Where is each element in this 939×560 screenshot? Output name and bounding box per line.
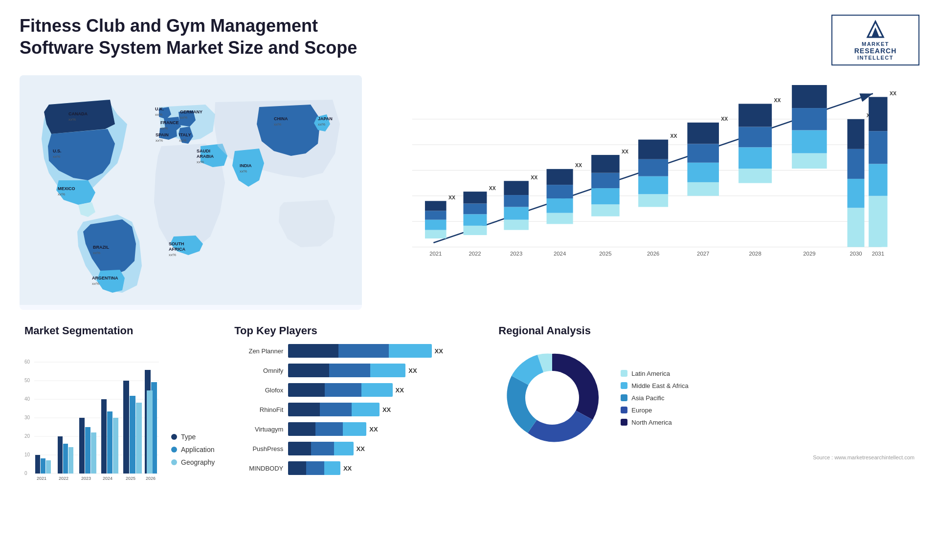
- svg-rect-134: [91, 432, 96, 474]
- svg-text:2026: 2026: [647, 251, 659, 257]
- svg-text:xx%: xx%: [318, 122, 325, 127]
- svg-text:CANADA: CANADA: [68, 111, 88, 116]
- svg-rect-98: [848, 208, 865, 247]
- player-row: MINDBODYXX: [234, 461, 479, 475]
- svg-rect-52: [463, 204, 487, 215]
- svg-text:XX: XX: [622, 149, 628, 154]
- svg-text:XX: XX: [890, 91, 896, 96]
- player-bar-value: XX: [343, 465, 352, 472]
- svg-rect-141: [130, 396, 135, 474]
- svg-rect-58: [504, 195, 529, 207]
- seg-chart-area: 0 10 20 30 40 50 60: [24, 344, 215, 481]
- segmentation-section: Market Segmentation 0 10 20 30 40 50 60: [20, 320, 220, 525]
- region-dot-latin: [621, 370, 627, 377]
- player-bar: [288, 344, 431, 358]
- player-row: VirtuagymXX: [234, 422, 479, 436]
- page-title: Fitness Club and Gym Management Software…: [20, 15, 386, 59]
- svg-text:xx%: xx%: [156, 138, 163, 143]
- player-bar: [288, 403, 380, 416]
- svg-text:2025: 2025: [599, 251, 611, 257]
- legend-label-application: Application: [181, 446, 215, 453]
- region-label-europe: Europe: [631, 407, 652, 414]
- region-label-mea: Middle East & Africa: [631, 382, 688, 389]
- svg-rect-95: [792, 85, 827, 108]
- seg-legend: Type Application Geography: [171, 433, 215, 481]
- header: Fitness Club and Gym Management Software…: [20, 15, 919, 65]
- svg-rect-53: [463, 192, 487, 203]
- svg-rect-101: [848, 119, 865, 149]
- svg-text:XX: XX: [774, 98, 781, 103]
- region-dot-europe: [621, 407, 627, 413]
- svg-rect-94: [792, 108, 827, 130]
- region-dot-apac: [621, 394, 627, 401]
- player-bar-container: XX: [288, 442, 479, 455]
- svg-rect-62: [547, 213, 573, 224]
- svg-text:2022: 2022: [469, 251, 481, 257]
- player-bar-container: XX: [288, 383, 479, 397]
- svg-rect-88: [738, 127, 772, 147]
- svg-text:2022: 2022: [59, 476, 68, 481]
- bottom-section: Market Segmentation 0 10 20 30 40 50 60: [20, 320, 919, 525]
- map-svg: CANADA xx% U.S. xx% MEXICO xx% BRAZIL xx…: [20, 75, 362, 305]
- svg-text:2030: 2030: [850, 251, 862, 257]
- logo-text-intellect: INTELLECT: [857, 55, 894, 61]
- region-label-latin: Latin America: [631, 370, 670, 377]
- svg-rect-56: [504, 220, 529, 230]
- svg-rect-93: [792, 130, 827, 153]
- svg-rect-126: [46, 460, 51, 474]
- player-row: PushPressXX: [234, 442, 479, 455]
- svg-text:xx%: xx%: [155, 112, 162, 117]
- svg-text:XX: XX: [531, 175, 537, 180]
- world-map: CANADA xx% U.S. xx% MEXICO xx% BRAZIL xx…: [20, 75, 362, 310]
- region-dot-na: [621, 419, 627, 426]
- svg-rect-50: [463, 226, 487, 235]
- svg-rect-92: [792, 153, 827, 169]
- svg-rect-68: [591, 204, 620, 216]
- svg-text:60: 60: [24, 359, 30, 365]
- svg-rect-57: [504, 207, 529, 219]
- svg-rect-76: [638, 159, 668, 176]
- svg-text:2024: 2024: [554, 251, 566, 257]
- svg-text:2024: 2024: [103, 476, 112, 481]
- svg-rect-138: [113, 418, 118, 474]
- svg-rect-104: [869, 196, 887, 247]
- svg-rect-107: [869, 97, 887, 131]
- svg-text:XX: XX: [721, 116, 728, 122]
- player-bar-value: XX: [382, 406, 391, 413]
- player-bar-value: XX: [396, 387, 404, 394]
- region-north-america: North America: [621, 419, 688, 426]
- region-latin-america: Latin America: [621, 370, 688, 377]
- svg-rect-70: [591, 173, 620, 188]
- svg-rect-89: [738, 104, 772, 127]
- players-section: Top Key Players Zen PlannerXXOmnifyXXGlo…: [229, 320, 484, 525]
- svg-rect-64: [547, 185, 573, 198]
- logo-text-market: MARKET: [862, 41, 889, 47]
- svg-rect-87: [738, 147, 772, 169]
- svg-point-148: [525, 371, 579, 425]
- legend-geography: Geography: [171, 458, 215, 466]
- svg-rect-146: [147, 390, 153, 474]
- player-row: OmnifyXX: [234, 364, 479, 377]
- svg-rect-137: [107, 411, 112, 474]
- svg-rect-74: [638, 194, 668, 207]
- svg-text:2023: 2023: [510, 251, 522, 257]
- svg-rect-124: [35, 455, 40, 474]
- svg-rect-81: [687, 163, 719, 182]
- player-bar: [288, 383, 392, 397]
- svg-rect-140: [123, 381, 129, 474]
- region-label-na: North America: [631, 419, 671, 426]
- player-name: Glofox: [234, 387, 283, 394]
- svg-rect-83: [687, 123, 719, 144]
- region-label-apac: Asia Pacific: [631, 394, 664, 402]
- player-bar-container: XX: [288, 364, 479, 377]
- svg-rect-136: [101, 399, 107, 474]
- svg-rect-142: [136, 403, 142, 474]
- player-bar-value: XX: [369, 426, 378, 433]
- svg-rect-130: [68, 447, 73, 474]
- svg-rect-125: [41, 458, 45, 474]
- player-name: MINDBODY: [234, 465, 283, 472]
- svg-rect-44: [425, 230, 447, 238]
- svg-text:XX: XX: [448, 195, 455, 200]
- player-row: GlofoxXX: [234, 383, 479, 397]
- player-bar: [288, 364, 405, 377]
